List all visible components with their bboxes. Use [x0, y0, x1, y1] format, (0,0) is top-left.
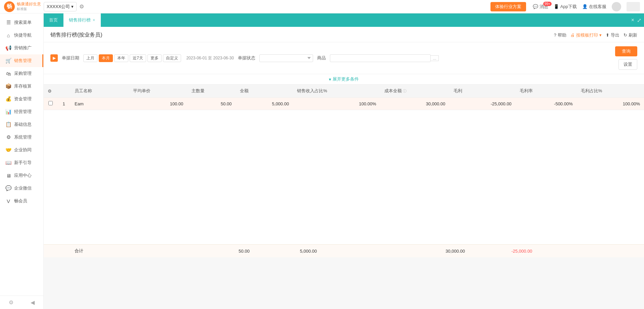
user-name-area[interactable]: [627, 2, 640, 11]
expand-more-btn[interactable]: ▾ 展开更多条件: [329, 76, 359, 82]
th-avg-price: 平均单价: [129, 85, 187, 98]
sidebar-item-0[interactable]: ☰搜索菜单: [0, 16, 43, 29]
th-cost: 成本全额ⓘ: [380, 85, 449, 98]
topbar-right: 💬 消息 99+ 📱 App下载 👤 在线客服: [533, 2, 640, 11]
sidebar-label-1: 快捷导航: [14, 32, 32, 38]
goods-filter-label: 商品: [317, 55, 326, 61]
trial-button[interactable]: 体验行业方案: [490, 2, 526, 11]
logo-sub: 标准版: [17, 7, 41, 11]
footer-label: 合计: [75, 248, 142, 254]
refresh-button[interactable]: ↻ 刷新: [624, 32, 637, 38]
date-prev-month-btn[interactable]: 上月: [83, 54, 97, 62]
filter-collapse-btn[interactable]: ▶: [50, 54, 58, 62]
export-label: 导出: [611, 32, 619, 38]
date-cur-month-btn[interactable]: 本月: [99, 54, 113, 62]
app-download-label: App下载: [560, 4, 577, 10]
th-rank: [57, 85, 71, 98]
content-area: 首页 销售排行榜 × × ⤢ 销售排行榜(按业务员): [44, 13, 644, 309]
goods-filter-input[interactable]: [330, 54, 431, 62]
sidebar-item-11[interactable]: 📖新手引导: [0, 156, 43, 169]
th-settings[interactable]: ⚙: [44, 85, 57, 98]
user-avatar[interactable]: [612, 2, 621, 11]
tab-right-actions: × ⤢: [631, 13, 644, 27]
footer-amount: 5,000.00: [250, 248, 317, 254]
table-settings-icon[interactable]: ⚙: [48, 89, 52, 94]
sidebar-icon-5: 📦: [5, 83, 11, 89]
company-selector[interactable]: XXXXX公司 ▾: [44, 2, 77, 11]
th-gross-pct: 毛利占比%: [577, 85, 644, 98]
table-empty-space: [44, 110, 644, 244]
sidebar-icon-7: 📊: [5, 109, 11, 115]
sidebar-item-14[interactable]: V畅会员: [0, 195, 43, 207]
sidebar-icon-9: ⚙: [5, 134, 11, 140]
app-logo: 畅 畅康通好生意 标准版: [4, 1, 41, 12]
sidebar-icon-14: V: [5, 198, 11, 204]
tab-sales-ranking[interactable]: 销售排行榜 ×: [63, 13, 101, 27]
th-gross-rate: 毛利率: [516, 85, 577, 98]
footer-sales-pct: [317, 248, 397, 254]
th-sales-pct: 销售收入占比%: [293, 85, 380, 98]
sidebar-settings-icon[interactable]: ⚙: [9, 299, 13, 306]
page-title: 销售排行榜(按业务员): [50, 32, 102, 39]
sidebar-item-13[interactable]: 💬企业微信: [0, 182, 43, 195]
message-icon-item[interactable]: 💬 消息 99+: [533, 4, 548, 10]
goods-filter-more[interactable]: ...: [431, 55, 439, 61]
sidebar-label-6: 资金管理: [14, 96, 32, 102]
refresh-label: 刷新: [629, 32, 637, 38]
row-checkbox-0[interactable]: [48, 101, 53, 105]
cell-checkbox-0[interactable]: [44, 98, 57, 110]
sidebar-item-6[interactable]: 💰资金管理: [0, 93, 43, 105]
sidebar-menu: ☰搜索菜单⌂快捷导航📢营销推广🛒销售管理🛍采购管理📦库存核算💰资金管理📊经营管理…: [0, 13, 43, 210]
cost-info-icon[interactable]: ⓘ: [403, 89, 406, 93]
data-table: ⚙ 员工名称 平均单价 主数量 全额 销售收入占比% 成本全额ⓘ: [44, 85, 644, 110]
sidebar-item-1[interactable]: ⌂快捷导航: [0, 29, 43, 42]
tab-home[interactable]: 首页: [44, 13, 63, 27]
app-download-item[interactable]: 📱 App下载: [554, 4, 577, 10]
sidebar-collapse-icon[interactable]: ◀: [31, 299, 35, 306]
sidebar-item-8[interactable]: 📋基础信息: [0, 118, 43, 131]
print-button[interactable]: 🖨 按模板打印 ▾: [570, 32, 602, 38]
tab-sales-ranking-label: 销售排行榜: [69, 17, 91, 23]
sidebar-item-10[interactable]: 🤝企业协同: [0, 144, 43, 156]
cell-gross-profit-0: -25,000.00: [449, 98, 516, 110]
print-icon: 🖨: [570, 33, 575, 38]
sidebar-item-2[interactable]: 📢营销推广: [0, 42, 43, 54]
table-header-row: ⚙ 员工名称 平均单价 主数量 全额 销售收入占比% 成本全额ⓘ: [44, 85, 644, 98]
sidebar-item-3[interactable]: 🛒销售管理: [0, 54, 43, 67]
print-chevron-icon: ▾: [599, 33, 602, 38]
tab-close-icon[interactable]: ×: [93, 18, 95, 22]
sidebar-item-4[interactable]: 🛍采购管理: [0, 67, 43, 80]
service-icon: 👤: [582, 4, 588, 9]
cell-sales-pct-0: 100.00%: [293, 98, 380, 110]
export-button[interactable]: ⬆ 导出: [606, 32, 619, 38]
online-service-item[interactable]: 👤 在线客服: [582, 4, 606, 10]
footer-table: 合计 50.00 5,000.00 30,000.00 -25,000.00: [48, 248, 640, 254]
tab-minimize-icon[interactable]: ×: [631, 17, 634, 23]
footer-gross-rate: [532, 248, 586, 254]
sidebar-label-5: 库存核算: [14, 83, 32, 89]
table-header: ⚙ 员工名称 平均单价 主数量 全额 销售收入占比% 成本全额ⓘ: [44, 85, 644, 98]
sidebar-item-9[interactable]: ⚙系统管理: [0, 131, 43, 144]
expand-more-row: ▾ 展开更多条件: [44, 74, 644, 85]
date-custom-btn[interactable]: 自定义: [163, 54, 181, 62]
message-icon: 💬: [533, 4, 538, 9]
tab-maximize-icon[interactable]: ⤢: [637, 17, 641, 23]
settings-button[interactable]: 设置: [618, 59, 637, 70]
sidebar-item-7[interactable]: 📊经营管理: [0, 105, 43, 118]
logo-icon: 畅: [4, 1, 15, 12]
status-filter-label: 单据状态: [238, 55, 255, 61]
query-button[interactable]: 查询: [615, 46, 637, 56]
date-7days-btn[interactable]: 近7天: [130, 54, 146, 62]
status-filter-select[interactable]: [259, 54, 313, 62]
sidebar-label-7: 经营管理: [14, 109, 32, 115]
sidebar-item-5[interactable]: 📦库存核算: [0, 80, 43, 93]
date-more-btn[interactable]: 更多: [147, 54, 162, 62]
date-year-btn[interactable]: 本年: [114, 54, 128, 62]
help-icon: ?: [554, 33, 556, 38]
topbar-settings-icon[interactable]: ⚙: [79, 3, 84, 10]
sidebar-item-12[interactable]: 🖥应用中心: [0, 169, 43, 182]
sidebar-icon-6: 💰: [5, 96, 11, 102]
sidebar-icon-4: 🛍: [5, 70, 11, 76]
help-button[interactable]: ? 帮助: [554, 32, 566, 38]
cell-employee-0: Eam: [71, 98, 129, 110]
